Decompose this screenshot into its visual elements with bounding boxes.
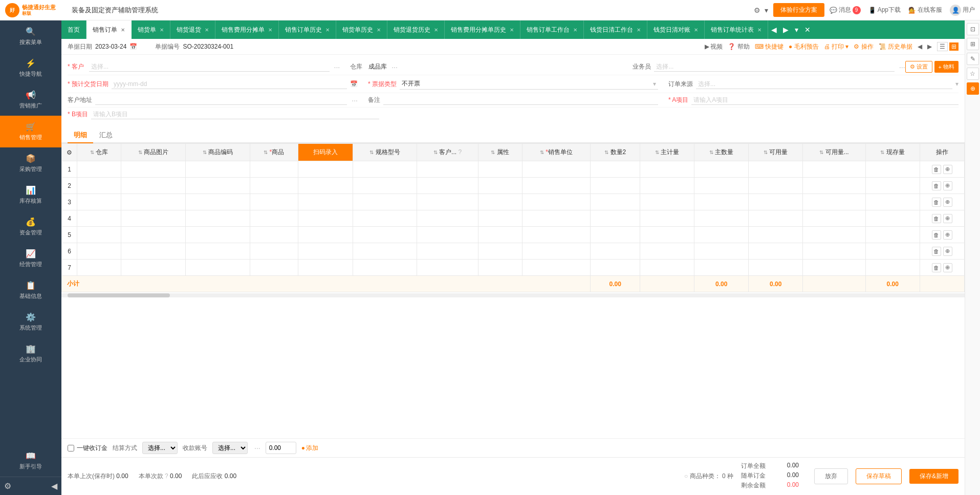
row-available-5[interactable] [749,227,803,243]
row-code-2[interactable] [185,178,250,194]
row-delete-btn-1[interactable]: 🗑 [932,165,941,174]
row-sales-unit-7[interactable] [522,260,590,276]
row-spec-7[interactable] [353,260,417,276]
row-delete-btn-5[interactable]: 🗑 [932,230,941,240]
row-copy-btn-3[interactable]: ⊕ [943,198,952,207]
row-sales-unit-2[interactable] [522,178,590,194]
trial-button[interactable]: 体验行业方案 [773,3,824,17]
tab-close-refund-history[interactable]: ✕ [434,27,438,33]
tab-home[interactable]: 首页 [61,20,86,39]
row-scan-2[interactable] [298,178,353,194]
row-attributes-2[interactable] [478,178,522,194]
tab-order-stats[interactable]: 销售订单统计表 ✕ [705,20,768,39]
row-quantity2-3[interactable] [591,194,640,210]
nav-next-btn[interactable]: ▶ [927,43,932,50]
operations-btn[interactable]: ⚙ 操作 [854,42,873,51]
sidebar-settings-btn[interactable]: ⚙ [4,481,11,491]
row-sales-unit-5[interactable] [522,227,590,243]
sidebar-item-finance[interactable]: 💰 资金管理 [0,211,61,243]
help-this-order-icon[interactable]: ? [165,472,168,480]
row-delete-btn-4[interactable]: 🗑 [932,214,941,223]
row-stock-4[interactable] [865,210,920,227]
tab-sales-return[interactable]: 销货单 ✕ [132,20,170,39]
receipt-more-btn[interactable]: ··· [254,444,260,452]
row-customer-code-3[interactable] [417,194,478,210]
row-main-unit-2[interactable] [640,178,694,194]
sidebar-item-base-info[interactable]: 📋 基础信息 [0,274,61,306]
row-customer-code-2[interactable] [417,178,478,194]
row-attributes-4[interactable] [478,210,522,227]
row-available2-7[interactable] [803,260,865,276]
row-copy-btn-7[interactable]: ⊕ [943,263,952,272]
row-available-2[interactable] [749,178,803,194]
row-code-1[interactable] [185,161,250,178]
settlement-select[interactable]: 选择... [142,442,178,454]
sort-available2-icon[interactable]: ⇅ [819,149,823,155]
row-stock-6[interactable] [865,243,920,260]
row-attributes-7[interactable] [478,260,522,276]
add-goods-btn[interactable]: + 物料 [934,61,959,73]
row-warehouse-7[interactable] [77,260,121,276]
customer-more-btn[interactable]: ··· [334,63,340,71]
goods-count-icon[interactable]: ○ [684,472,688,480]
row-quantity2-5[interactable] [591,227,640,243]
online-service-btn[interactable]: 💁 在线客服 [908,6,942,14]
row-product-4[interactable] [250,210,298,227]
row-warehouse-2[interactable] [77,178,121,194]
row-main-quantity-5[interactable] [694,227,749,243]
form-view-btn[interactable]: ⊞ [949,42,959,51]
tab-close-sales-return[interactable]: ✕ [160,27,164,33]
invoice-type-dropdown-icon[interactable]: ▾ [653,80,656,88]
calendar-icon[interactable]: 📅 [129,43,137,50]
row-stock-3[interactable] [865,194,920,210]
row-quantity2-2[interactable] [591,178,640,194]
row-copy-btn-6[interactable]: ⊕ [943,247,952,256]
row-sales-unit-3[interactable] [522,194,590,210]
sort-warehouse-icon[interactable]: ⇅ [90,149,94,155]
row-main-unit-3[interactable] [640,194,694,210]
salesperson-more-btn[interactable]: ··· [899,63,905,71]
sidebar-item-system[interactable]: ⚙️ 系统管理 [0,306,61,338]
tab-refund-history[interactable]: 销货退货历史 ✕ [387,20,445,39]
row-quantity2-6[interactable] [591,243,640,260]
row-available2-1[interactable] [803,161,865,178]
row-image-5[interactable] [121,227,186,243]
tab-close-return-history[interactable]: ✕ [377,27,381,33]
settings-icon[interactable]: ⚙ [754,6,760,14]
row-available-3[interactable] [749,194,803,210]
row-scan-5[interactable] [298,227,353,243]
row-scan-3[interactable] [298,194,353,210]
row-customer-code-7[interactable] [417,260,478,276]
tab-order-history[interactable]: 销售订单历史 ✕ [279,20,336,39]
sort-main-unit-icon[interactable]: ⇅ [655,149,659,155]
row-code-5[interactable] [185,227,250,243]
row-code-7[interactable] [185,260,250,276]
row-available-7[interactable] [749,260,803,276]
row-copy-btn-1[interactable]: ⊕ [943,165,952,174]
salesperson-input[interactable] [654,62,895,72]
row-available2-4[interactable] [803,210,865,227]
row-available-6[interactable] [749,243,803,260]
row-stock-5[interactable] [865,227,920,243]
row-product-2[interactable] [250,178,298,194]
right-panel-btn-5[interactable]: ⊕ [967,82,979,95]
save-draft-button[interactable]: 保存草稿 [856,468,902,484]
row-stock-7[interactable] [865,260,920,276]
row-product-3[interactable] [250,194,298,210]
order-source-input[interactable] [696,79,952,89]
row-main-quantity-1[interactable] [694,161,749,178]
right-panel-btn-3[interactable]: ✎ [967,53,979,65]
sidebar-item-quick-nav[interactable]: ⚡ 快捷导航 [0,52,61,84]
row-main-unit-7[interactable] [640,260,694,276]
row-customer-code-4[interactable] [417,210,478,227]
address-more-btn[interactable]: ··· [352,96,358,104]
row-delete-btn-2[interactable]: 🗑 [932,181,941,190]
tab-scroll-right[interactable]: ▶ [780,26,792,34]
row-attributes-3[interactable] [478,194,522,210]
sidebar-item-search[interactable]: 🔍 搜索菜单 [0,20,61,52]
right-panel-btn-4[interactable]: ☆ [967,68,979,80]
tab-close-sales-refund[interactable]: ✕ [205,27,209,33]
a-project-input[interactable] [691,95,959,105]
row-warehouse-5[interactable] [77,227,121,243]
one-click-checkbox-label[interactable]: 一键收订金 [68,444,107,453]
